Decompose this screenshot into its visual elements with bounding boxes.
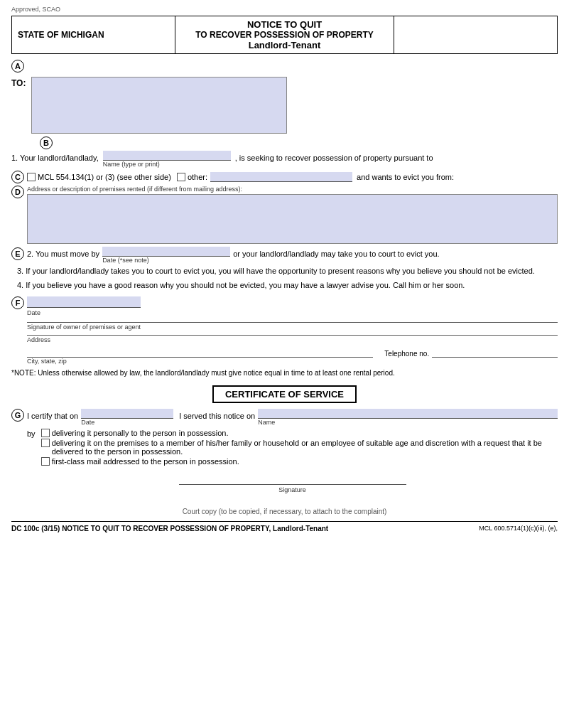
certify-name-label: Name <box>258 419 558 426</box>
sig-owner-section: Signature of owner of premises or agent <box>27 322 558 331</box>
title-cell: NOTICE TO QUIT TO RECOVER POSSESSION OF … <box>175 16 394 54</box>
delivery3-checkbox[interactable] <box>41 457 50 466</box>
delivery2-row: delivering it on the premises to a membe… <box>41 439 558 456</box>
line2-suffix: or your landlord/landlady may take you t… <box>233 250 439 258</box>
section-g-label: G <box>11 409 24 422</box>
title-line1: NOTICE TO QUIT <box>181 19 387 30</box>
cert-header: CERTIFICATE OF SERVICE <box>11 385 558 403</box>
approved-bar: Approved, SCAO <box>11 6 558 13</box>
delivery1-text: delivering it personally to the person i… <box>52 429 229 437</box>
line4-text: 4. If you believe you have a good reason… <box>17 281 465 289</box>
line3-text: 3. If your landlord/landlady takes you t… <box>17 267 535 275</box>
address-section: Address <box>27 335 558 343</box>
city-section: City, state, zip <box>27 348 373 365</box>
section-e-row: E 2. You must move by Date (*see note) o… <box>11 247 558 264</box>
title-line2: TO RECOVER POSSESSION OF PROPERTY <box>181 30 387 40</box>
section-f-label: F <box>11 296 24 309</box>
footer-right: MCL 600.5714(1)(c)(iii), (e), <box>479 525 558 532</box>
court-copy-text: Court copy (to be copied, if necessary, … <box>183 508 387 515</box>
section-c-row: C MCL 554.134(1) or (3) (see other side)… <box>11 171 558 183</box>
landlord-name-input[interactable] <box>103 151 231 161</box>
move-by-date-input[interactable] <box>102 247 230 257</box>
mcl-text: MCL 554.134(1) or (3) (see other side) <box>38 173 171 181</box>
delivery-options: delivering it personally to the person i… <box>41 429 558 470</box>
by-row: by delivering it personally to the perso… <box>27 429 558 470</box>
line2-prefix: 2. You must move by <box>27 250 99 258</box>
city-label: City, state, zip <box>27 358 373 365</box>
delivery3-row: first-class mail addressed to the person… <box>41 457 558 466</box>
page: Approved, SCAO STATE OF MICHIGAN NOTICE … <box>0 0 569 728</box>
address-line <box>27 335 558 336</box>
certify-row: I certify that on Date I served this not… <box>27 409 558 426</box>
date-field-input[interactable] <box>27 296 141 308</box>
section-b-row: B <box>40 136 558 149</box>
footer-left: DC 100c (3/15) NOTICE TO QUIT TO RECOVER… <box>11 525 328 532</box>
footer-bar: DC 100c (3/15) NOTICE TO QUIT TO RECOVER… <box>11 521 558 532</box>
date-note: Date (*see note) <box>102 257 230 264</box>
sig-line <box>27 322 558 323</box>
city-phone-row: City, state, zip Telephone no. <box>27 348 558 365</box>
other-suffix: and wants to evict you from: <box>357 173 454 181</box>
mcl-checkbox[interactable] <box>27 173 36 181</box>
note-text: *NOTE: Unless otherwise allowed by law, … <box>11 369 558 377</box>
title-line3: Landlord-Tenant <box>181 40 387 50</box>
section-d-row: D Address or description of premises ren… <box>11 186 558 244</box>
state-label: STATE OF MICHIGAN <box>18 30 104 40</box>
to-input-box[interactable] <box>31 77 287 134</box>
cert-sig-section: Signature <box>27 484 558 493</box>
section-c-label: C <box>11 171 24 183</box>
section-b-label: B <box>40 136 53 149</box>
section-a-label: A <box>11 60 24 73</box>
phone-input[interactable] <box>432 348 558 358</box>
section-g-row: G I certify that on Date I served this n… <box>11 409 558 493</box>
section-f-row: F Date Signature of owner of premises or… <box>11 296 558 365</box>
delivery3-text: first-class mail addressed to the person… <box>52 457 239 466</box>
premises-label: Address or description of premises rente… <box>27 186 558 193</box>
cert-sig-line <box>179 484 406 485</box>
line1-suffix: , is seeking to recover possession of pr… <box>235 154 433 162</box>
section-d-label: D <box>11 186 24 198</box>
to-label: TO: <box>11 78 26 88</box>
line1-row: 1. Your landlord/landlady, Name (type or… <box>11 151 558 168</box>
premises-input[interactable] <box>27 194 558 244</box>
telephone-label: Telephone no. <box>384 350 429 358</box>
certify-name-input[interactable] <box>258 409 558 419</box>
cert-sig-label: Signature <box>27 486 558 493</box>
section-e-label: E <box>11 247 24 260</box>
other-label: other: <box>188 173 207 181</box>
certify-date-label: Date <box>81 419 173 426</box>
header-table: STATE OF MICHIGAN NOTICE TO QUIT TO RECO… <box>11 16 558 54</box>
certify-prefix: I certify that on <box>27 412 78 420</box>
cert-title: CERTIFICATE OF SERVICE <box>212 385 357 403</box>
address-label: Address <box>27 336 558 343</box>
city-input[interactable] <box>27 348 373 358</box>
sig-label: Signature of owner of premises or agent <box>27 323 558 331</box>
certify-middle: I served this notice on <box>179 412 255 420</box>
line4-row: 4. If you believe you have a good reason… <box>17 281 558 289</box>
other-checkbox[interactable] <box>177 173 185 181</box>
delivery2-checkbox[interactable] <box>41 439 50 447</box>
header-blank-cell <box>394 16 557 54</box>
delivery2-text: delivering it on the premises to a membe… <box>52 439 558 456</box>
line1-prefix: 1. Your landlord/landlady, <box>11 154 99 162</box>
f-date-label: Date <box>27 309 558 316</box>
other-input[interactable] <box>210 172 352 182</box>
delivery1-checkbox[interactable] <box>41 429 50 437</box>
to-section: TO: <box>11 77 558 134</box>
line3-row: 3. If your landlord/landlady takes you t… <box>17 267 558 275</box>
section-a-row: A <box>11 60 558 73</box>
phone-section: Telephone no. <box>384 348 558 365</box>
name-field-label: Name (type or print) <box>103 161 231 168</box>
delivery1-row: delivering it personally to the person i… <box>41 429 558 437</box>
certify-date-input[interactable] <box>81 409 173 419</box>
court-copy-note: Court copy (to be copied, if necessary, … <box>11 508 558 515</box>
by-label: by <box>27 429 36 438</box>
state-cell: STATE OF MICHIGAN <box>12 16 175 54</box>
